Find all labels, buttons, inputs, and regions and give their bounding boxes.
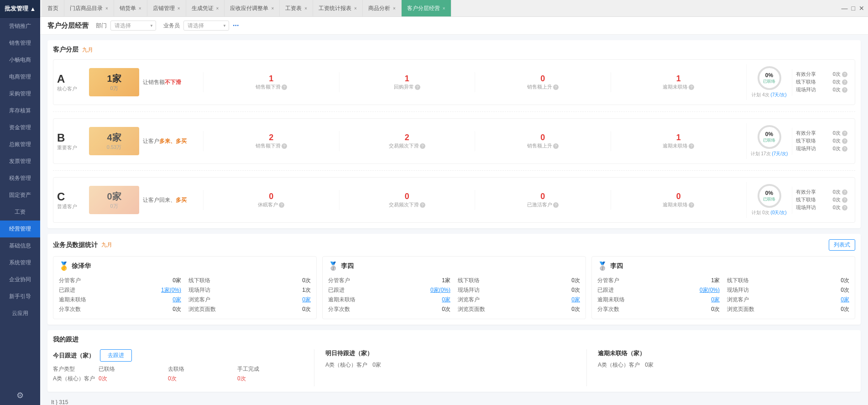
minimize-icon[interactable]: —: [842, 5, 848, 12]
stat-block-A-1[interactable]: 1回购异常 ?: [339, 72, 475, 92]
tab-close-1[interactable]: ×: [105, 6, 108, 11]
stat-block-C-0[interactable]: 0休眠客户 ?: [203, 190, 339, 210]
circle-plan-B[interactable]: 计划 17次 (7天/次): [751, 151, 788, 157]
info-icon-C-2[interactable]: ?: [553, 202, 559, 208]
right-info-C-0[interactable]: ?: [842, 189, 847, 195]
staff-right-val-1-2[interactable]: 0家: [571, 296, 580, 304]
settings-icon[interactable]: ⚙: [0, 386, 40, 405]
sidebar-item-9[interactable]: 税务管理: [0, 170, 40, 187]
sidebar-item-11[interactable]: 工资: [0, 204, 40, 221]
sidebar-item-5[interactable]: 库存核算: [0, 102, 40, 119]
staff-right-stat-0-1: 现场拜访1次: [188, 285, 311, 295]
tab-7[interactable]: 工资统计报表×: [313, 0, 363, 16]
sidebar-item-8[interactable]: 发票管理: [0, 153, 40, 170]
info-icon-B-2[interactable]: ?: [553, 143, 559, 149]
right-info-A-2[interactable]: ?: [842, 87, 847, 93]
maximize-icon[interactable]: □: [852, 5, 855, 12]
tier-count-A[interactable]: 1家0万: [89, 68, 139, 96]
tab-8[interactable]: 商品分析×: [363, 0, 402, 16]
info-icon-A-2[interactable]: ?: [553, 84, 559, 90]
sidebar-top-item[interactable]: 批发管理 ▲: [0, 0, 40, 18]
staff-left-val-1-2[interactable]: 0家: [442, 296, 450, 304]
tab-6[interactable]: 工资表×: [280, 0, 313, 16]
stat-block-C-3[interactable]: 0逾期未联络 ?: [611, 190, 747, 210]
staff-right-val-2-2[interactable]: 0家: [841, 296, 849, 304]
right-info-B-2[interactable]: ?: [842, 146, 847, 152]
sidebar-item-4[interactable]: 采购管理: [0, 85, 40, 102]
sidebar-item-10[interactable]: 固定资产: [0, 187, 40, 204]
tab-close-3[interactable]: ×: [178, 6, 180, 11]
tab-close-5[interactable]: ×: [271, 6, 274, 11]
tab-close-9[interactable]: ×: [443, 6, 445, 11]
stat-block-A-2[interactable]: 0销售额上升 ?: [475, 72, 611, 92]
stat-block-A-3[interactable]: 1逾期未联络 ?: [611, 72, 747, 92]
info-icon-B-0[interactable]: ?: [282, 143, 287, 149]
tier-count-B[interactable]: 4家0.53万: [89, 127, 139, 155]
tab-9[interactable]: 客户分层经营×: [402, 0, 451, 16]
more-filter-btn[interactable]: ···: [233, 21, 239, 30]
tab-close-6[interactable]: ×: [304, 6, 307, 11]
tab-2[interactable]: 销货单×: [114, 0, 147, 16]
stat-block-B-0[interactable]: 2销售额下滑 ?: [203, 131, 339, 151]
staff-select[interactable]: 请选择: [183, 21, 229, 31]
stat-block-C-1[interactable]: 0交易频次下滑 ?: [339, 190, 475, 210]
dept-select[interactable]: 请选择: [110, 21, 156, 31]
sidebar-item-16[interactable]: 新手引导: [0, 288, 40, 305]
right-info-C-2[interactable]: ?: [842, 205, 847, 210]
info-icon-C-3[interactable]: ?: [689, 202, 694, 208]
dept-select-wrapper[interactable]: 请选择: [110, 21, 156, 31]
sidebar-item-17[interactable]: 云应用: [0, 305, 40, 322]
info-icon-C-0[interactable]: ?: [279, 202, 284, 208]
staff-left-val-0-1[interactable]: 1家(0%): [161, 286, 181, 294]
sidebar-item-3[interactable]: 电商管理: [0, 68, 40, 85]
close-window-icon[interactable]: ✕: [859, 5, 864, 12]
staff-left-val-2-2[interactable]: 0家: [711, 296, 720, 304]
stat-block-B-1[interactable]: 2交易频次下滑 ?: [339, 131, 475, 151]
circle-plan-C[interactable]: 计划 0次 (0天/次): [752, 210, 786, 216]
list-view-btn[interactable]: 列表式: [829, 239, 855, 251]
sidebar-item-13[interactable]: 基础信息: [0, 237, 40, 254]
info-icon-B-1[interactable]: ?: [420, 143, 425, 149]
tab-close-8[interactable]: ×: [393, 6, 396, 11]
stat-block-B-2[interactable]: 0销售额上升 ?: [475, 131, 611, 151]
sidebar-item-2[interactable]: 小畅电商: [0, 52, 40, 68]
tab-close-4[interactable]: ×: [216, 6, 219, 11]
tier-count-C[interactable]: 0家0万: [89, 186, 139, 214]
tab-close-7[interactable]: ×: [354, 6, 357, 11]
info-icon-A-3[interactable]: ?: [689, 84, 694, 90]
info-icon-A-1[interactable]: ?: [415, 84, 420, 90]
tab-0[interactable]: 首页: [42, 0, 64, 16]
tab-4[interactable]: 生成凭证×: [186, 0, 225, 16]
right-info-B-1[interactable]: ?: [842, 138, 847, 144]
main-area: 首页门店商品目录×销货单×店铺管理×生成凭证×应收应付调整单×工资表×工资统计报…: [40, 0, 868, 405]
stat-label-A-0: 销售额下滑 ?: [207, 84, 335, 90]
sidebar-item-14[interactable]: 系统管理: [0, 254, 40, 271]
right-info-A-1[interactable]: ?: [842, 79, 847, 85]
info-icon-B-3[interactable]: ?: [689, 143, 694, 149]
sidebar-item-0[interactable]: 营销推广: [0, 18, 40, 35]
right-info-B-0[interactable]: ?: [842, 131, 847, 136]
goto-followup-btn[interactable]: 去跟进: [100, 349, 132, 362]
tab-close-2[interactable]: ×: [139, 6, 141, 11]
sidebar-item-12[interactable]: 经营管理: [0, 221, 40, 237]
stat-block-C-2[interactable]: 0已激活客户 ?: [475, 190, 611, 210]
info-icon-C-1[interactable]: ?: [420, 202, 425, 208]
staff-select-wrapper[interactable]: 请选择: [183, 21, 229, 31]
staff-left-val-1-1[interactable]: 0家(0%): [430, 286, 450, 294]
stat-block-A-0[interactable]: 1销售额下滑 ?: [203, 72, 339, 92]
staff-left-val-0-2[interactable]: 0家: [173, 296, 181, 304]
right-info-C-1[interactable]: ?: [842, 197, 847, 203]
sidebar-item-7[interactable]: 总账管理: [0, 136, 40, 153]
tab-1[interactable]: 门店商品目录×: [64, 0, 114, 16]
stat-block-B-3[interactable]: 1逾期未联络 ?: [611, 131, 747, 151]
info-icon-A-0[interactable]: ?: [282, 84, 287, 90]
staff-left-val-2-1[interactable]: 0家(0%): [700, 286, 720, 294]
sidebar-item-1[interactable]: 销售管理: [0, 35, 40, 52]
sidebar-item-6[interactable]: 资金管理: [0, 119, 40, 136]
staff-right-val-0-2[interactable]: 0家: [302, 296, 311, 304]
right-info-A-0[interactable]: ?: [842, 72, 847, 77]
tab-5[interactable]: 应收应付调整单×: [225, 0, 280, 16]
circle-plan-A[interactable]: 计划 4次 (7天/次): [752, 92, 786, 98]
tab-3[interactable]: 店铺管理×: [147, 0, 186, 16]
sidebar-item-15[interactable]: 企业协同: [0, 271, 40, 288]
